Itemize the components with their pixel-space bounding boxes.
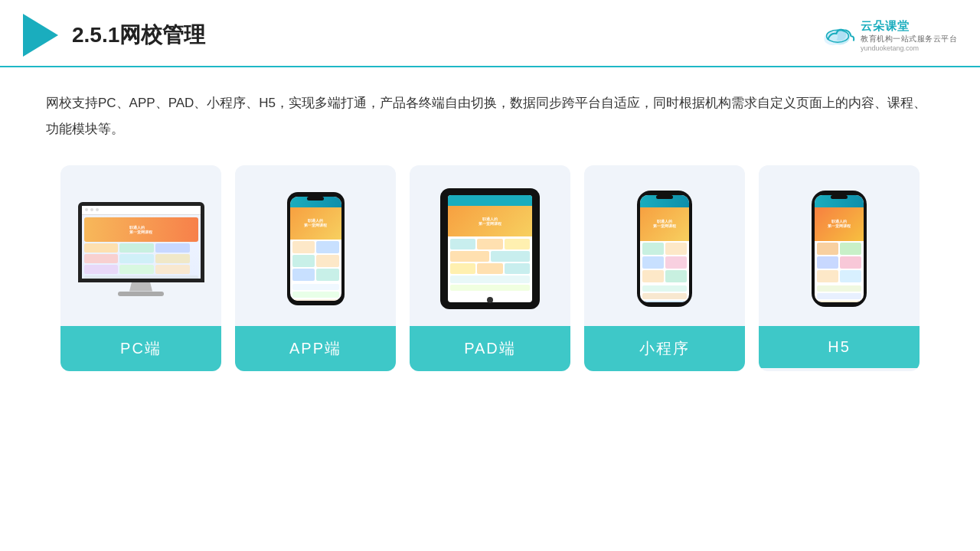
- card-app: 职通人的第一堂网课程: [235, 165, 396, 371]
- card-pc-label: PC端: [60, 326, 221, 371]
- cards-area: 职通人的第一堂网课程: [0, 150, 980, 386]
- card-app-image: 职通人的第一堂网课程: [235, 165, 396, 326]
- description: 网校支持PC、APP、PAD、小程序、H5，实现多端打通，产品各终端自由切换，数…: [0, 67, 980, 150]
- brand-text: 云朵课堂 教育机构一站式服务云平台 yunduoketang.com: [861, 19, 957, 52]
- card-h5-label: H5: [759, 326, 920, 368]
- header-right: 云朵课堂 教育机构一站式服务云平台 yunduoketang.com: [819, 19, 957, 52]
- phone-app-icon: 职通人的第一堂网课程: [287, 192, 345, 305]
- cloud-icon: [819, 21, 856, 49]
- header: 2.5.1网校管理 云朵课堂 教育机构一站式服务云平台 yunduoketang…: [0, 0, 980, 67]
- card-pad: 职通人的第一堂网课程: [410, 165, 570, 371]
- brand-name: 云朵课堂: [861, 19, 910, 34]
- logo-triangle-icon: [23, 14, 58, 57]
- card-miniprogram-image: 职通人的第一堂网课程: [584, 165, 745, 326]
- header-left: 2.5.1网校管理: [23, 14, 205, 57]
- pc-monitor-icon: 职通人的第一堂网课程: [78, 202, 204, 296]
- brand-domain: yunduoketang.com: [861, 44, 919, 52]
- card-app-label: APP端: [235, 326, 396, 371]
- card-miniprogram: 职通人的第一堂网课程: [584, 165, 745, 371]
- card-h5: 职通人的第一堂网课程: [759, 165, 920, 371]
- cloud-logo: 云朵课堂 教育机构一站式服务云平台 yunduoketang.com: [819, 19, 957, 52]
- card-h5-image: 职通人的第一堂网课程: [759, 165, 920, 326]
- description-text: 网校支持PC、APP、PAD、小程序、H5，实现多端打通，产品各终端自由切换，数…: [46, 96, 926, 136]
- card-pad-label: PAD端: [410, 326, 570, 371]
- card-pad-image: 职通人的第一堂网课程: [410, 165, 570, 326]
- phone-miniprogram-icon: 职通人的第一堂网课程: [637, 191, 692, 307]
- brand-sub: 教育机构一站式服务云平台: [861, 34, 957, 44]
- phone-h5-icon: 职通人的第一堂网课程: [812, 191, 867, 307]
- card-pc: 职通人的第一堂网课程: [60, 165, 221, 371]
- card-miniprogram-label: 小程序: [584, 326, 745, 371]
- tablet-icon: 职通人的第一堂网课程: [440, 188, 540, 309]
- card-pc-image: 职通人的第一堂网课程: [60, 165, 221, 326]
- page-title: 2.5.1网校管理: [72, 21, 205, 50]
